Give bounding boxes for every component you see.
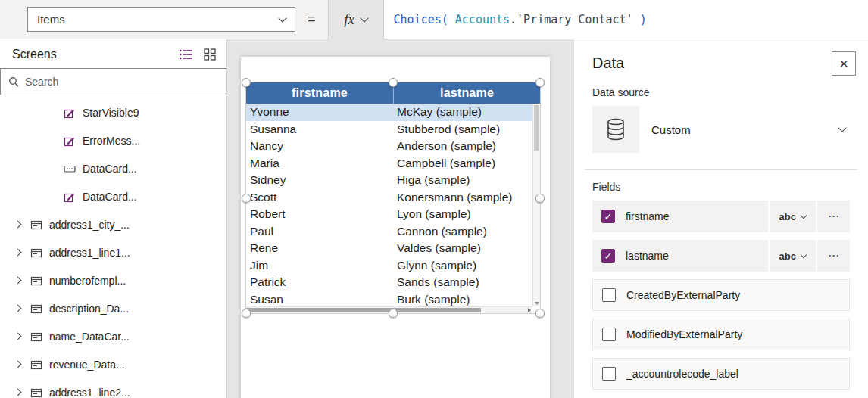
table-cell: Nancy bbox=[246, 138, 393, 155]
scroll-down-arrow-icon[interactable] bbox=[535, 302, 539, 305]
tree-item[interactable]: address1_line1... bbox=[0, 238, 226, 266]
chevron-right-icon[interactable] bbox=[14, 221, 22, 229]
table-row[interactable]: PaulCannon (sample) bbox=[246, 223, 540, 241]
tree-item[interactable]: DataCard... bbox=[0, 154, 226, 182]
selection-handle[interactable] bbox=[242, 309, 251, 318]
grid-view-icon[interactable] bbox=[204, 48, 216, 61]
table-cell: Rene bbox=[246, 240, 393, 257]
table-cell: Robert bbox=[246, 206, 393, 223]
screens-tree: StarVisible9ErrorMess...DataCard...DataC… bbox=[0, 95, 226, 398]
tree-item-label: numberofempl... bbox=[49, 275, 126, 287]
field-type-dropdown[interactable]: abc bbox=[768, 201, 816, 232]
chevron-right-icon[interactable] bbox=[14, 333, 22, 340]
table-cell: Paul bbox=[246, 223, 393, 241]
chevron-right-icon[interactable] bbox=[14, 249, 22, 257]
selection-handle[interactable] bbox=[535, 194, 545, 203]
column-header[interactable]: firstname bbox=[246, 82, 393, 104]
table-cell: Konersmann (sample) bbox=[393, 189, 540, 207]
table-row[interactable]: PatrickSands (sample) bbox=[246, 274, 540, 291]
field-name: ModifiedByExternalParty bbox=[626, 328, 742, 340]
tree-item[interactable]: name_DataCar... bbox=[0, 322, 226, 350]
tree-item[interactable]: revenue_Data... bbox=[0, 350, 226, 378]
table-row[interactable]: NancyAnderson (sample) bbox=[246, 138, 540, 155]
table-row[interactable]: YvonneMcKay (sample) bbox=[246, 104, 540, 121]
table-row[interactable]: SidneyHiga (sample) bbox=[246, 172, 540, 189]
fields-list: ✓firstnameabc⋯✓lastnameabc⋯CreatedByExte… bbox=[592, 201, 850, 390]
card-icon bbox=[30, 219, 42, 231]
chevron-right-icon[interactable] bbox=[14, 389, 22, 396]
table-cell: Maria bbox=[246, 155, 393, 173]
field-more-button[interactable]: ⋯ bbox=[816, 201, 850, 232]
tree-item[interactable]: address1_line2... bbox=[0, 378, 226, 398]
fx-label: fx bbox=[344, 11, 354, 28]
field-row[interactable]: CreatedByExternalParty bbox=[592, 279, 850, 311]
vertical-scrollbar[interactable] bbox=[532, 104, 540, 306]
selection-handle[interactable] bbox=[242, 194, 251, 203]
selection-handle[interactable] bbox=[535, 78, 545, 87]
formula-input[interactable]: Choices( Accounts.'Primary Contact' ) bbox=[384, 0, 868, 39]
table-row[interactable]: SusanBurk (sample) bbox=[246, 291, 540, 307]
scroll-right-arrow-icon[interactable] bbox=[528, 308, 531, 312]
field-checkbox[interactable]: ✓ bbox=[601, 249, 615, 263]
tree-item[interactable]: address1_city_... bbox=[0, 210, 226, 238]
tree-item[interactable]: StarVisible9 bbox=[0, 98, 226, 126]
table-body: YvonneMcKay (sample)SusannaStubberod (sa… bbox=[246, 104, 540, 306]
table-cell: Valdes (sample) bbox=[393, 240, 540, 257]
field-row[interactable]: _accountrolecode_label bbox=[592, 358, 850, 390]
column-header[interactable]: lastname bbox=[393, 82, 540, 104]
field-row[interactable]: ✓firstnameabc⋯ bbox=[592, 201, 850, 232]
screens-panel-header: Screens bbox=[0, 39, 226, 68]
table-cell: McKay (sample) bbox=[393, 104, 540, 121]
chevron-right-icon[interactable] bbox=[14, 305, 22, 312]
app-root: Items = fx Choices( Accounts.'Primary Co… bbox=[0, 0, 868, 398]
table-cell: Campbell (sample) bbox=[393, 155, 540, 173]
tree-view-icon[interactable] bbox=[180, 49, 193, 60]
table-cell: Susan bbox=[246, 291, 393, 307]
chevron-down-icon bbox=[838, 123, 846, 132]
table-row[interactable]: ScottKonersmann (sample) bbox=[246, 189, 540, 207]
table-row[interactable]: ReneValdes (sample) bbox=[246, 240, 540, 257]
field-more-button[interactable]: ⋯ bbox=[816, 240, 850, 272]
tree-item[interactable]: DataCard... bbox=[0, 182, 226, 210]
tree-item[interactable]: ErrorMess... bbox=[0, 126, 226, 154]
chevron-down-icon bbox=[801, 252, 807, 258]
data-table-control[interactable]: firstnamelastname YvonneMcKay (sample)Su… bbox=[245, 82, 541, 314]
selection-handle[interactable] bbox=[242, 78, 251, 87]
table-row[interactable]: RobertLyon (sample) bbox=[246, 206, 540, 223]
selection-handle[interactable] bbox=[535, 309, 545, 318]
tree-item[interactable]: description_Da... bbox=[0, 294, 226, 322]
selection-handle[interactable] bbox=[389, 78, 398, 87]
fx-selector[interactable]: fx bbox=[328, 0, 384, 39]
tree-item-label: revenue_Data... bbox=[49, 359, 125, 371]
field-checkbox[interactable]: ✓ bbox=[601, 210, 615, 223]
search-input[interactable] bbox=[25, 76, 218, 88]
data-source-selector[interactable]: Custom bbox=[592, 106, 850, 153]
table-cell: Sands (sample) bbox=[393, 274, 540, 291]
table-cell: Cannon (sample) bbox=[393, 223, 540, 241]
canvas-area: firstnamelastname YvonneMcKay (sample)Su… bbox=[227, 39, 573, 398]
field-checkbox[interactable] bbox=[602, 328, 616, 341]
field-row[interactable]: ModifiedByExternalParty bbox=[592, 319, 850, 350]
selection-handle[interactable] bbox=[389, 309, 398, 318]
table-row[interactable]: JimGlynn (sample) bbox=[246, 257, 540, 275]
table-row[interactable]: SusannaStubberod (sample) bbox=[246, 121, 540, 138]
field-type-label: abc bbox=[779, 250, 796, 262]
close-button[interactable]: × bbox=[832, 51, 856, 76]
property-selector[interactable]: Items bbox=[27, 7, 295, 32]
field-type-dropdown[interactable]: abc bbox=[768, 240, 816, 272]
field-checkbox[interactable] bbox=[602, 367, 616, 381]
chevron-right-icon[interactable] bbox=[14, 361, 22, 368]
field-type-label: abc bbox=[779, 211, 796, 222]
tree-item[interactable]: numberofempl... bbox=[0, 266, 226, 294]
field-controls: abc⋯ bbox=[768, 240, 850, 272]
field-checkbox[interactable] bbox=[602, 288, 616, 302]
table-row[interactable]: MariaCampbell (sample) bbox=[246, 155, 540, 173]
horizontal-scrollbar-thumb[interactable] bbox=[246, 308, 481, 312]
field-row[interactable]: ✓lastnameabc⋯ bbox=[592, 240, 850, 272]
table-cell: Higa (sample) bbox=[393, 172, 540, 189]
field-name: lastname bbox=[626, 250, 669, 262]
formula-token: ) bbox=[633, 13, 647, 26]
vertical-scrollbar-thumb[interactable] bbox=[534, 105, 539, 151]
tree-item-label: ErrorMess... bbox=[83, 135, 140, 147]
chevron-right-icon[interactable] bbox=[14, 277, 22, 285]
